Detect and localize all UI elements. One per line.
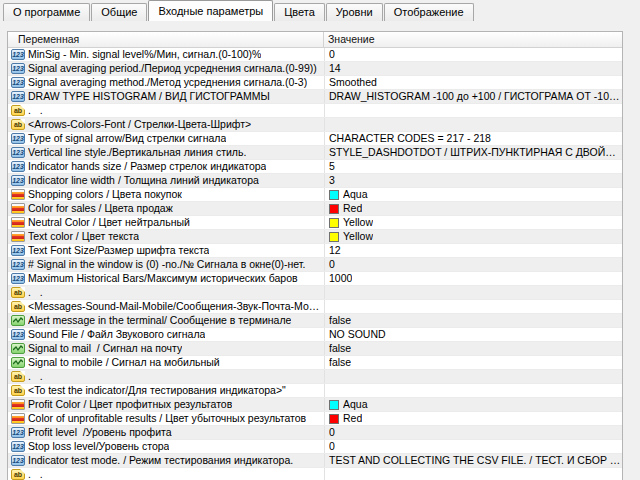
param-value-cell[interactable]: 5 (324, 160, 622, 173)
param-value-cell[interactable]: Red (324, 412, 622, 425)
param-value-cell[interactable]: 0 (324, 426, 622, 439)
table-row[interactable]: ab<To test the indicator/Для тестировани… (8, 384, 622, 398)
tab-levels[interactable]: Уровни (326, 3, 383, 21)
param-name-cell: ab. . (8, 286, 324, 299)
numeric-param-icon: 123 (11, 161, 25, 172)
table-row[interactable]: 123Text Font Size/Размер шрифта текста12 (8, 244, 622, 258)
table-row[interactable]: 123Sound File / Файл Звукового сигналаNO… (8, 328, 622, 342)
param-value-cell[interactable]: false (324, 314, 622, 327)
param-value-cell[interactable]: 0 (324, 258, 622, 271)
string-param-icon: ab (11, 105, 25, 116)
param-value-cell[interactable] (324, 384, 622, 397)
table-row[interactable]: Color for sales / Цвета продажRed (8, 202, 622, 216)
param-table-body: 123MinSig - Min. signal level%/Мин, сигн… (8, 48, 622, 480)
param-value-cell[interactable] (324, 468, 622, 480)
table-row[interactable]: ab. . (8, 370, 622, 384)
param-value-cell[interactable]: CHARACTER CODES = 217 - 218 (324, 132, 622, 145)
param-value-cell[interactable]: 0 (324, 48, 622, 61)
param-value-cell[interactable]: Smoothed (324, 76, 622, 89)
table-row[interactable]: 123Type of signal arrow/Вид стрелки сигн… (8, 132, 622, 146)
param-value: Red (343, 202, 362, 215)
param-value-cell[interactable]: false (324, 342, 622, 355)
table-row[interactable]: 123Indicator test mode. / Режим тестиров… (8, 454, 622, 468)
param-value-cell[interactable]: Aqua (324, 398, 622, 411)
inputs-tab-panel: Переменная Значение 123MinSig - Min. sig… (0, 20, 640, 480)
table-row[interactable]: ab<Arrows-Colors-Font / Стрелки-Цвета-Шр… (8, 118, 622, 132)
param-value-cell[interactable] (324, 370, 622, 383)
tab-about[interactable]: О программе (3, 3, 90, 21)
table-row[interactable]: 123DRAW TYPE HISTOGRAM / ВИД ГИСТОГРАММЫ… (8, 90, 622, 104)
table-row[interactable]: Color of unprofitable results / Цвет убы… (8, 412, 622, 426)
table-row[interactable]: 123# Signal in the window is (0) -no./№ … (8, 258, 622, 272)
table-row[interactable]: Profit Color / Цвет профитных результато… (8, 398, 622, 412)
param-name: Text color / Цвет текста (28, 230, 139, 243)
param-value-cell[interactable]: STYLE_DASHDOTDOT / ШТРИХ-ПУНКТИРНАЯ С ДВ… (324, 146, 622, 159)
param-name-cell: Color for sales / Цвета продаж (8, 202, 324, 215)
table-row[interactable]: ab. . (8, 104, 622, 118)
param-value-cell[interactable]: 12 (324, 244, 622, 257)
table-row[interactable]: Text color / Цвет текстаYellow (8, 230, 622, 244)
numeric-param-icon: 123 (11, 175, 25, 186)
param-value-cell[interactable] (324, 118, 622, 131)
string-param-icon: ab (11, 301, 25, 312)
table-row[interactable]: 123Indicator line width / Толщина линий … (8, 174, 622, 188)
table-row[interactable]: Signal to mail / Сигнал на почтуfalse (8, 342, 622, 356)
table-row[interactable]: 123Indicator hands size / Размер стрелок… (8, 160, 622, 174)
param-name-cell: 123Profit level /Уровень профита (8, 426, 324, 439)
table-row[interactable]: 123Profit level /Уровень профита0 (8, 426, 622, 440)
param-value: Aqua (343, 398, 368, 411)
column-header-variable: Переменная (8, 32, 324, 47)
table-row[interactable]: 123Signal averaging method./Метод усредн… (8, 76, 622, 90)
param-value-cell[interactable]: 3 (324, 174, 622, 187)
tab-inputs[interactable]: Входные параметры (148, 0, 273, 21)
table-row[interactable]: Shopping colors / Цвета покупокAqua (8, 188, 622, 202)
param-name: <Arrows-Colors-Font / Стрелки-Цвета-Шриф… (28, 118, 251, 131)
param-value-cell[interactable]: NO SOUND (324, 328, 622, 341)
tab-common[interactable]: Общие (91, 3, 147, 21)
table-row[interactable]: Neutral Color / Цвет нейтральныйYellow (8, 216, 622, 230)
numeric-param-icon: 123 (11, 329, 25, 340)
param-value-cell[interactable] (324, 104, 622, 117)
param-value-cell[interactable]: false (324, 356, 622, 369)
param-name-cell: ab<To test the indicator/Для тестировани… (8, 384, 324, 397)
table-row[interactable]: 123MinSig - Min. signal level%/Мин, сигн… (8, 48, 622, 62)
table-row[interactable]: Signal to mobile / Сигнал на мобильныйfa… (8, 356, 622, 370)
param-name-cell: 123Vertical line style./Вертикальная лин… (8, 146, 324, 159)
param-value-cell[interactable]: 1000 (324, 272, 622, 285)
table-row[interactable]: 123Stop loss level/Уровень стора0 (8, 440, 622, 454)
color-param-icon (11, 203, 25, 214)
param-value-cell[interactable]: Aqua (324, 188, 622, 201)
parameters-table: Переменная Значение 123MinSig - Min. sig… (7, 31, 623, 480)
param-value: 0 (329, 48, 335, 61)
numeric-param-icon: 123 (11, 147, 25, 158)
table-row[interactable]: 123Maximum Historical Bars/Максимум исто… (8, 272, 622, 286)
param-value-cell[interactable]: Yellow (324, 230, 622, 243)
param-value-cell[interactable] (324, 286, 622, 299)
table-row[interactable]: 123Signal averaging period./Период усред… (8, 62, 622, 76)
param-name: MinSig - Min. signal level%/Мин, сигнал.… (28, 48, 261, 61)
param-name: <Messages-Sound-Mail-Mobile/Сообщения-Зв… (28, 300, 324, 313)
table-row[interactable]: ab. . (8, 468, 622, 480)
table-row[interactable]: Alert message in the terminal/ Сообщение… (8, 314, 622, 328)
param-name-cell: 123Indicator test mode. / Режим тестиров… (8, 454, 324, 467)
param-value-cell[interactable] (324, 300, 622, 313)
tab-colors[interactable]: Цвета (274, 3, 325, 21)
param-value-cell[interactable]: Red (324, 202, 622, 215)
param-value-cell[interactable]: DRAW_HISTOGRAM -100 до +100 / ГИСТОГРАМА… (324, 90, 622, 103)
param-value-cell[interactable]: Yellow (324, 216, 622, 229)
string-param-icon: ab (11, 371, 25, 382)
color-param-icon (11, 189, 25, 200)
param-value-cell[interactable]: TEST AND COLLECTING THE CSV FILE. / ТЕСТ… (324, 454, 622, 467)
param-value-cell[interactable]: 14 (324, 62, 622, 75)
table-row[interactable]: ab<Messages-Sound-Mail-Mobile/Сообщения-… (8, 300, 622, 314)
table-row[interactable]: ab. . (8, 286, 622, 300)
string-param-icon: ab (11, 469, 25, 480)
table-row[interactable]: 123Vertical line style./Вертикальная лин… (8, 146, 622, 160)
param-name: # Signal in the window is (0) -no./№ Сиг… (28, 258, 305, 271)
param-name-cell: Text color / Цвет текста (8, 230, 324, 243)
param-name: Color for sales / Цвета продаж (28, 202, 173, 215)
param-value-cell[interactable]: 0 (324, 440, 622, 453)
bool-param-icon (11, 343, 25, 354)
tab-display[interactable]: Отображение (384, 3, 474, 21)
column-header-value: Значение (324, 32, 622, 47)
